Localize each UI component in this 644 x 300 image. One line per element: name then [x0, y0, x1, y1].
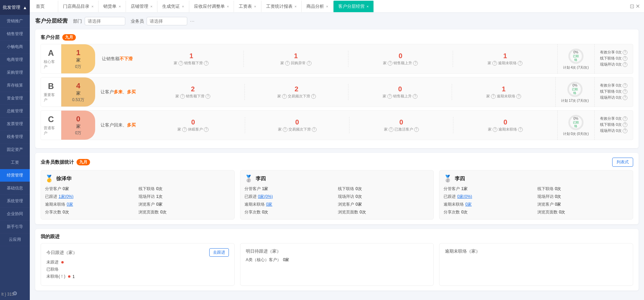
tab-close-icon[interactable]: ×	[254, 4, 256, 8]
info-icon[interactable]: ?	[623, 83, 627, 88]
sidebar-item-采购管理[interactable]: 采购管理	[0, 66, 30, 79]
tab-close-all-icon[interactable]: ✕	[636, 3, 640, 9]
info-icon[interactable]: ?	[204, 127, 209, 132]
tab-店铺管理[interactable]: 店铺管理×	[126, 1, 157, 12]
tab-销货单[interactable]: 销货单×	[99, 1, 126, 12]
info-icon[interactable]: ?	[312, 127, 317, 132]
info-icon[interactable]: ?	[311, 94, 316, 99]
sidebar-item-发票管理[interactable]: 发票管理	[0, 118, 30, 131]
info-icon[interactable]: ?	[623, 129, 627, 133]
tab-应收应付调整单[interactable]: 应收应付调整单×	[189, 1, 234, 12]
sidebar-item-新手引导[interactable]: 新手引导	[0, 221, 30, 233]
sidebar-item-总账管理[interactable]: 总账管理	[0, 105, 30, 118]
tab-close-icon[interactable]: ×	[150, 4, 152, 8]
sales-select[interactable]	[147, 17, 187, 25]
staff-stat-label: 已跟进	[444, 194, 456, 200]
info-icon[interactable]: ?	[623, 89, 627, 94]
sidebar-item-系统管理[interactable]: 系统管理	[0, 195, 30, 208]
info-icon[interactable]: ?	[493, 127, 497, 132]
sidebar-item-库存核算[interactable]: 库存核算	[0, 79, 30, 92]
sidebar-item-企业协同[interactable]: 企业协同	[0, 208, 30, 221]
alert-dot	[61, 261, 64, 263]
info-icon[interactable]: ?	[388, 61, 392, 66]
tab-window-icon[interactable]: ⊡	[630, 3, 634, 9]
list-view-button[interactable]: 列表式	[612, 158, 633, 167]
tier-right-stat-item: 线下联络 0次 ?	[600, 122, 627, 127]
staff-stat-value[interactable]: 0家(0%)	[457, 194, 472, 200]
info-icon[interactable]: ?	[518, 127, 523, 132]
sidebar-item-云应用[interactable]: 云应用	[0, 233, 30, 246]
tab-close-icon[interactable]: ×	[119, 4, 121, 8]
tab-工资统计报表[interactable]: 工资统计报表×	[261, 1, 302, 12]
info-icon[interactable]: ?	[516, 94, 521, 99]
info-icon[interactable]: ?	[413, 61, 418, 66]
staff-stat-row: 分管客户1家	[244, 186, 336, 192]
info-icon[interactable]: ?	[282, 94, 287, 99]
more-options-icon[interactable]: ···	[190, 18, 194, 24]
staff-section-title: 业务员数据统计 九月	[41, 159, 90, 165]
tab-门店商品目录[interactable]: 门店商品目录×	[58, 1, 99, 12]
dept-select[interactable]	[85, 17, 125, 25]
info-icon[interactable]: ?	[283, 127, 287, 132]
staff-stat-label: 分享次数	[45, 209, 61, 215]
staff-stat-value: 1家	[461, 186, 468, 192]
staff-stat-label: 逾期未联络	[244, 202, 265, 207]
info-icon[interactable]: ?	[180, 94, 185, 99]
sidebar-item-经营管理[interactable]: 经营管理	[0, 169, 30, 182]
staff-stat-value[interactable]: 0家(0%)	[258, 194, 273, 200]
staff-stat-label: 浏览页面数	[338, 209, 358, 215]
tier-right-stats-A: 有效分享 0次 ?线下联络 0次 ?现场拜访 0次 ?	[594, 44, 633, 73]
tab-close-icon[interactable]: ×	[295, 4, 297, 8]
info-icon[interactable]: ?	[204, 61, 209, 66]
info-icon[interactable]: ?	[413, 94, 417, 99]
tab-客户分层经营[interactable]: 客户分层经营×	[334, 1, 374, 12]
staff-stat-value[interactable]: 0家	[67, 202, 73, 207]
staff-stat-value[interactable]: 0家	[266, 202, 273, 207]
info-icon[interactable]: ?	[492, 61, 497, 66]
sidebar-item-固定资产[interactable]: 固定资产	[0, 143, 30, 156]
staff-stat-row: 逾期未联络0家	[45, 202, 136, 207]
info-icon[interactable]: ?	[387, 94, 392, 99]
sidebar-item-电商管理[interactable]: 电商管理	[0, 53, 30, 66]
tab-生成凭证[interactable]: 生成凭证×	[157, 1, 189, 12]
sidebar-item-税务管理[interactable]: 税务管理	[0, 131, 30, 143]
tier-amount-B: 4家0.53万	[61, 77, 95, 107]
info-icon[interactable]: ?	[206, 94, 210, 99]
tab-商品分析[interactable]: 商品分析×	[302, 1, 333, 12]
goto-button[interactable]: 去跟进	[209, 248, 229, 257]
tab-close-icon[interactable]: ×	[326, 4, 328, 8]
info-icon[interactable]: ?	[285, 61, 290, 66]
info-icon[interactable]: ?	[518, 61, 522, 66]
info-icon[interactable]: ?	[389, 127, 393, 132]
tab-工资表[interactable]: 工资表×	[234, 1, 261, 12]
info-icon[interactable]: ?	[623, 95, 627, 100]
sidebar-item-基础信息[interactable]: 基础信息	[0, 182, 30, 195]
info-icon[interactable]: ?	[182, 127, 187, 132]
info-icon[interactable]: ?	[414, 127, 419, 132]
sidebar-item-资金管理[interactable]: 资金管理	[0, 92, 30, 105]
info-icon[interactable]: ?	[623, 50, 627, 55]
tab-close-icon[interactable]: ×	[227, 4, 229, 8]
tab-close-icon[interactable]: ×	[367, 4, 369, 8]
info-icon[interactable]: ?	[623, 116, 627, 121]
sidebar-item-小畅电商[interactable]: 小畅电商	[0, 41, 30, 53]
staff-stat-value[interactable]: 0家	[465, 202, 472, 207]
sidebar-item-销售管理[interactable]: 销售管理	[0, 28, 30, 41]
info-icon[interactable]: ?	[623, 56, 627, 61]
sidebar-item-营销推广[interactable]: 营销推广	[0, 15, 30, 28]
tab-首页[interactable]: 首页	[31, 1, 58, 12]
sidebar-item-工资[interactable]: 工资	[0, 156, 30, 169]
tab-close-icon[interactable]: ×	[91, 4, 93, 8]
info-icon[interactable]: ?	[307, 61, 312, 66]
tab-close-icon[interactable]: ×	[182, 4, 184, 8]
staff-stat-label: 浏览客户	[537, 202, 554, 207]
staff-stat-value[interactable]: 1家(0%)	[59, 194, 73, 200]
info-icon[interactable]: ?	[623, 122, 627, 127]
info-icon[interactable]: ?	[623, 62, 627, 67]
tier-circle-A: 0% 已联络 计划 4次 (7天/次)	[557, 44, 594, 73]
info-icon[interactable]: ?	[491, 94, 496, 99]
tabs-bar: 首页门店商品目录×销货单×店铺管理×生成凭证×应收应付调整单×工资表×工资统计报…	[30, 0, 644, 13]
sidebar-toggle-icon[interactable]: ▲	[23, 5, 27, 10]
info-icon[interactable]: ?	[178, 61, 183, 66]
followup-row: 已联络	[46, 267, 229, 272]
